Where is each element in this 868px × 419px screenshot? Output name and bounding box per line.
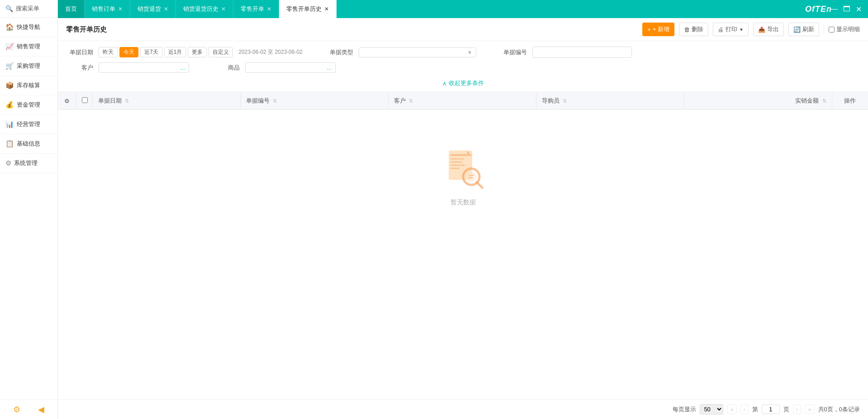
money-icon: 💰 bbox=[5, 101, 14, 109]
tab-retail-open-label: 零售开单 bbox=[241, 5, 264, 13]
svg-rect-4 bbox=[451, 165, 465, 166]
tab-sales-return-close[interactable]: ✕ bbox=[164, 6, 168, 12]
customer-input[interactable] bbox=[103, 64, 180, 71]
tab-retail-open-close[interactable]: ✕ bbox=[267, 6, 271, 12]
amount-sort-icon: ⇅ bbox=[822, 98, 826, 104]
sidebar-item-label: 基础信息 bbox=[17, 140, 40, 148]
th-checkbox[interactable] bbox=[76, 92, 92, 110]
sidebar-item-operations[interactable]: 📊 经营管理 bbox=[0, 115, 57, 134]
settings-bottom-icon[interactable]: ⚙ bbox=[13, 405, 20, 414]
doc-no-label: 单据编号 bbox=[500, 48, 527, 56]
date-sort-icon: ⇅ bbox=[125, 98, 129, 104]
doc-type-select[interactable]: ▼ bbox=[359, 47, 476, 57]
customer-label: 客户 bbox=[66, 64, 93, 72]
settings-icon[interactable]: ⚙ bbox=[64, 98, 70, 104]
date-btn-today[interactable]: 今天 bbox=[119, 47, 138, 57]
home-icon: 🏠 bbox=[5, 23, 14, 31]
sidebar-item-sales[interactable]: 📈 销售管理 bbox=[0, 37, 57, 56]
per-page-select[interactable]: 50 10 20 100 bbox=[700, 404, 723, 414]
tab-sales-return-history[interactable]: 销货退货历史 ✕ bbox=[176, 0, 233, 18]
tab-sales-return-history-label: 销货退货历史 bbox=[183, 5, 218, 13]
th-date-label: 单据日期 bbox=[98, 97, 122, 104]
collapse-label: 收起更多条件 bbox=[449, 79, 484, 87]
minimize-icon[interactable]: — bbox=[830, 5, 838, 13]
empty-text: 暂无数据 bbox=[451, 198, 476, 207]
gear-icon: ⚙ bbox=[5, 159, 11, 167]
sidebar-item-quick-nav[interactable]: 🏠 快捷导航 bbox=[0, 18, 57, 37]
tab-retail-open-history-close[interactable]: ✕ bbox=[324, 6, 329, 12]
close-window-icon[interactable]: ✕ bbox=[856, 5, 862, 14]
sidebar-item-label: 系统管理 bbox=[14, 159, 38, 167]
customer-ellipsis-btn[interactable]: ... bbox=[180, 64, 185, 71]
chart-icon: 📈 bbox=[5, 42, 14, 51]
delete-button[interactable]: 🗑 删除 bbox=[679, 23, 708, 36]
display-checkbox[interactable] bbox=[829, 27, 835, 33]
sidebar-item-system[interactable]: ⚙ 系统管理 bbox=[0, 154, 57, 173]
tab-sales-return-label: 销货退货 bbox=[138, 5, 161, 13]
page-label: 第 bbox=[752, 405, 758, 414]
data-table: ⚙ 单据日期 ⇅ 单据编号 ⇅ bbox=[58, 92, 868, 243]
tab-sales-order[interactable]: 销售订单 ✕ bbox=[85, 0, 130, 18]
tab-retail-open[interactable]: 零售开单 ✕ bbox=[233, 0, 279, 18]
tab-sales-return[interactable]: 销货退货 ✕ bbox=[130, 0, 176, 18]
refresh-icon: 🔄 bbox=[793, 26, 801, 33]
th-amount-label: 实销金额 bbox=[795, 97, 819, 104]
filter-collapse-btn[interactable]: ∧ 收起更多条件 bbox=[66, 77, 860, 89]
page-input[interactable] bbox=[762, 405, 780, 414]
sidebar-item-finance[interactable]: 💰 资金管理 bbox=[0, 95, 57, 115]
th-date[interactable]: 单据日期 ⇅ bbox=[92, 92, 240, 110]
th-doc-no-label: 单据编号 bbox=[246, 97, 270, 104]
th-amount[interactable]: 实销金额 ⇅ bbox=[684, 92, 832, 110]
tab-sales-return-history-close[interactable]: ✕ bbox=[221, 6, 226, 12]
th-customer[interactable]: 客户 ⇅ bbox=[388, 92, 536, 110]
refresh-button[interactable]: 🔄 刷新 bbox=[788, 23, 819, 36]
tab-home[interactable]: 首页 bbox=[58, 0, 85, 18]
display-toggle[interactable]: 显示明细 bbox=[829, 25, 860, 33]
customer-input-container[interactable]: ... bbox=[99, 62, 189, 73]
export-button[interactable]: 📤 导出 bbox=[753, 23, 784, 36]
doc-no-input[interactable] bbox=[532, 47, 632, 58]
date-btn-last7[interactable]: 近7天 bbox=[140, 47, 162, 57]
table-header-row: ⚙ 单据日期 ⇅ 单据编号 ⇅ bbox=[58, 92, 868, 110]
sidebar-item-label: 库存核算 bbox=[17, 81, 40, 89]
tab-sales-order-close[interactable]: ✕ bbox=[118, 6, 123, 12]
tab-retail-open-history-label: 零售开单历史 bbox=[286, 5, 322, 13]
product-input[interactable] bbox=[249, 64, 327, 71]
print-button[interactable]: 🖨 打印 ▼ bbox=[713, 23, 749, 36]
filter-row-1: 单据日期 昨天 今天 近7天 近1月 更多 自定义 2023-06-02 至 2… bbox=[66, 47, 860, 58]
sidebar-item-purchase[interactable]: 🛒 采购管理 bbox=[0, 56, 57, 76]
last-page-btn[interactable]: » bbox=[805, 405, 814, 414]
product-input-container[interactable]: ... bbox=[245, 62, 336, 73]
tabbar: 首页 销售订单 ✕ 销货退货 ✕ 销货退货历史 ✕ 零售开单 ✕ 零售开单历史 … bbox=[58, 0, 868, 18]
filter-area: 单据日期 昨天 今天 近7天 近1月 更多 自定义 2023-06-02 至 2… bbox=[58, 41, 868, 92]
th-settings[interactable]: ⚙ bbox=[58, 92, 76, 110]
restore-icon[interactable]: 🗖 bbox=[843, 5, 850, 13]
empty-state: 暂无数据 bbox=[58, 110, 868, 243]
tab-retail-open-history[interactable]: 零售开单历史 ✕ bbox=[279, 0, 337, 18]
sidebar-search[interactable]: 🔍 搜索采单 bbox=[0, 0, 57, 18]
toolbar: + + 新增 🗑 删除 🖨 打印 ▼ 📤 导出 🔄 bbox=[642, 23, 860, 36]
display-label: 显示明细 bbox=[836, 25, 860, 33]
collapse-sidebar-icon[interactable]: ◀ bbox=[38, 405, 44, 414]
select-all-checkbox[interactable] bbox=[82, 97, 88, 103]
date-btn-custom[interactable]: 自定义 bbox=[209, 47, 233, 57]
date-btn-yesterday[interactable]: 昨天 bbox=[99, 47, 118, 57]
th-actions-label: 操作 bbox=[844, 97, 856, 104]
date-filter-label: 单据日期 bbox=[66, 48, 93, 56]
sidebar-item-label: 采购管理 bbox=[17, 62, 40, 70]
operations-icon: 📊 bbox=[5, 120, 14, 128]
next-page-btn[interactable]: › bbox=[793, 405, 801, 414]
sidebar-item-inventory[interactable]: 📦 库存核算 bbox=[0, 76, 57, 95]
page-title: 零售开单历史 bbox=[66, 25, 107, 34]
date-btn-more[interactable]: 更多 bbox=[188, 47, 207, 57]
add-button[interactable]: + + 新增 bbox=[642, 23, 674, 36]
date-btn-last-month[interactable]: 近1月 bbox=[164, 47, 186, 57]
sidebar-item-base-info[interactable]: 📋 基础信息 bbox=[0, 134, 57, 154]
tab-sales-order-label: 销售订单 bbox=[92, 5, 115, 13]
first-page-btn[interactable]: « bbox=[727, 405, 736, 414]
prev-page-btn[interactable]: ‹ bbox=[740, 405, 749, 414]
th-salesperson[interactable]: 导购员 ⇅ bbox=[536, 92, 684, 110]
tabbar-window-controls: — 🗖 ✕ bbox=[824, 5, 868, 14]
th-doc-no[interactable]: 单据编号 ⇅ bbox=[240, 92, 388, 110]
product-ellipsis-btn[interactable]: ... bbox=[327, 64, 332, 71]
